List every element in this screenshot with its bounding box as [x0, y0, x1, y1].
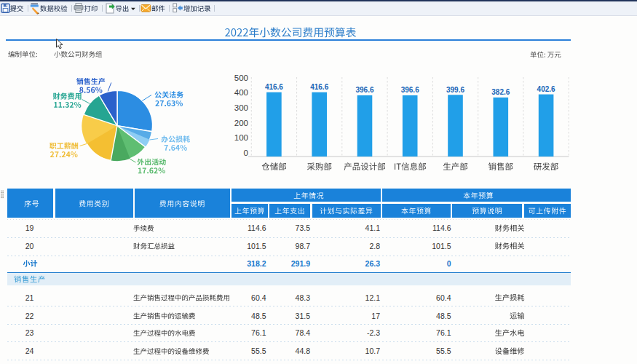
- svg-text:400: 400: [234, 88, 248, 97]
- svg-text:300: 300: [234, 103, 248, 112]
- svg-text:114.6: 114.6: [432, 223, 451, 232]
- svg-text:48.5: 48.5: [436, 312, 451, 320]
- svg-text:114.6: 114.6: [248, 223, 266, 232]
- svg-text:78.4: 78.4: [296, 328, 311, 337]
- svg-text:17: 17: [371, 312, 380, 320]
- svg-text:399.6: 399.6: [446, 86, 464, 94]
- svg-text:21: 21: [25, 293, 34, 302]
- svg-text:416.6: 416.6: [310, 83, 328, 91]
- svg-text:55.5: 55.5: [251, 347, 266, 355]
- svg-text:24: 24: [25, 347, 34, 355]
- svg-text:402.6: 402.6: [537, 85, 555, 93]
- svg-text:19: 19: [25, 223, 34, 232]
- svg-text:23: 23: [25, 328, 34, 337]
- svg-text:101.5: 101.5: [247, 242, 266, 250]
- svg-text:396.6: 396.6: [401, 86, 419, 94]
- svg-text:2.8: 2.8: [369, 242, 380, 250]
- svg-text:76.1: 76.1: [436, 328, 451, 337]
- svg-text:41.1: 41.1: [365, 223, 381, 232]
- svg-text:-2.3: -2.3: [367, 328, 380, 337]
- svg-text:0: 0: [447, 259, 451, 268]
- svg-text:73.5: 73.5: [296, 223, 311, 232]
- svg-text:20: 20: [25, 242, 34, 250]
- svg-text:500: 500: [234, 74, 248, 82]
- svg-text:48.5: 48.5: [251, 312, 266, 320]
- svg-text:396.6: 396.6: [355, 86, 373, 94]
- svg-text:0: 0: [244, 149, 248, 157]
- svg-text:60.4: 60.4: [251, 293, 266, 302]
- svg-text:101.5: 101.5: [432, 242, 451, 250]
- svg-text:60.4: 60.4: [436, 293, 451, 302]
- svg-text:318.2: 318.2: [247, 259, 266, 268]
- svg-text:26.3: 26.3: [365, 259, 381, 268]
- svg-text:98.7: 98.7: [296, 242, 311, 250]
- svg-text:10.7: 10.7: [365, 347, 381, 355]
- svg-text:416.6: 416.6: [265, 83, 283, 91]
- svg-text:76.1: 76.1: [251, 328, 266, 337]
- svg-text:48.3: 48.3: [296, 293, 311, 302]
- svg-text:55.5: 55.5: [436, 347, 451, 355]
- svg-text:12.1: 12.1: [365, 293, 381, 302]
- svg-text:22: 22: [25, 312, 34, 320]
- svg-text:100: 100: [234, 133, 248, 142]
- svg-text:382.6: 382.6: [491, 88, 510, 96]
- svg-text:31.5: 31.5: [296, 312, 311, 320]
- svg-text:44.8: 44.8: [296, 347, 311, 355]
- svg-text:291.9: 291.9: [291, 259, 310, 268]
- svg-text:200: 200: [234, 119, 248, 127]
